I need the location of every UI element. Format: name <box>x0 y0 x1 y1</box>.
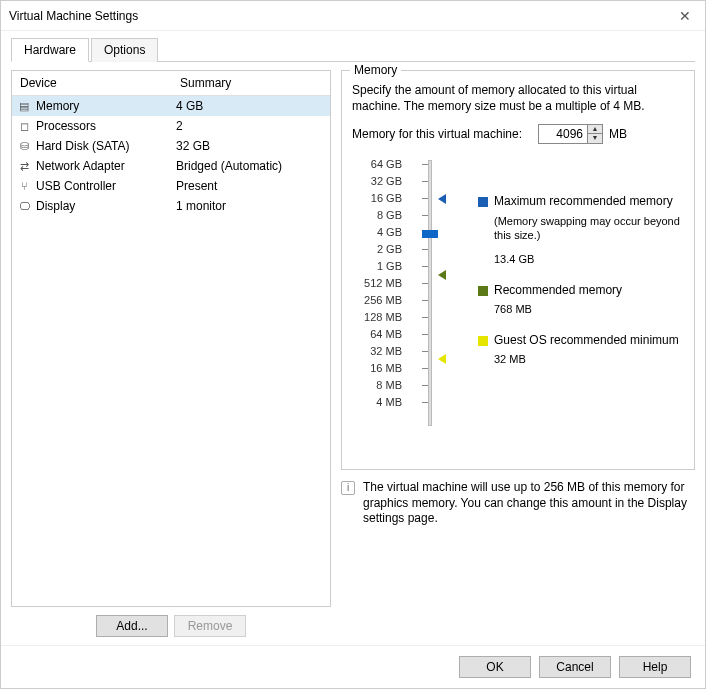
device-summary: 1 monitor <box>176 199 326 213</box>
tick-mark <box>422 317 428 318</box>
legend-max-note: (Memory swapping may occur beyond this s… <box>494 214 684 243</box>
memory-fieldset: Memory Specify the amount of memory allo… <box>341 70 695 470</box>
device-buttons: Add... Remove <box>11 607 331 645</box>
close-icon[interactable]: ✕ <box>673 4 697 28</box>
tick-label: 256 MB <box>352 292 402 309</box>
cancel-button[interactable]: Cancel <box>539 656 611 678</box>
tick-mark <box>422 368 428 369</box>
tick-label: 64 MB <box>352 326 402 343</box>
legend-rec: Recommended memory <box>478 283 684 299</box>
right-pane: Memory Specify the amount of memory allo… <box>341 70 695 645</box>
add-button[interactable]: Add... <box>96 615 168 637</box>
window-title: Virtual Machine Settings <box>9 9 673 23</box>
tab-strip: Hardware Options <box>1 31 705 61</box>
device-row-memory[interactable]: ▤Memory4 GB <box>12 96 330 116</box>
device-name: Memory <box>36 99 79 113</box>
device-row-hard-disk-sata-[interactable]: ⛁Hard Disk (SATA)32 GB <box>12 136 330 156</box>
tick-mark <box>422 283 428 284</box>
info-icon: i <box>341 481 355 495</box>
tick-label: 4 GB <box>352 224 402 241</box>
memory-info-row: i The virtual machine will use up to 256… <box>341 480 695 527</box>
tick-label: 128 MB <box>352 309 402 326</box>
tick-mark <box>422 385 428 386</box>
help-button[interactable]: Help <box>619 656 691 678</box>
tick-label: 32 GB <box>352 173 402 190</box>
remove-button: Remove <box>174 615 246 637</box>
memory-legend: Memory <box>350 63 401 77</box>
tick-mark <box>422 402 428 403</box>
cpu-icon: ◻ <box>16 118 32 134</box>
tab-hardware[interactable]: Hardware <box>11 38 89 62</box>
memory-input-label: Memory for this virtual machine: <box>352 127 532 141</box>
tick-label: 8 GB <box>352 207 402 224</box>
swatch-green-icon <box>478 286 488 296</box>
device-name: Network Adapter <box>36 159 125 173</box>
col-summary[interactable]: Summary <box>172 71 330 95</box>
marker-max-icon <box>438 194 446 204</box>
memory-unit: MB <box>609 127 627 141</box>
memory-info-text: The virtual machine will use up to 256 M… <box>363 480 695 527</box>
tick-mark <box>422 249 428 250</box>
device-row-usb-controller[interactable]: ⑂USB ControllerPresent <box>12 176 330 196</box>
tick-mark <box>422 351 428 352</box>
tick-label: 32 MB <box>352 343 402 360</box>
legend-max-value: 13.4 GB <box>494 252 684 266</box>
vm-settings-window: Virtual Machine Settings ✕ Hardware Opti… <box>0 0 706 689</box>
device-row-display[interactable]: 🖵Display1 monitor <box>12 196 330 216</box>
memory-input-row: Memory for this virtual machine: ▲ ▼ MB <box>352 124 684 144</box>
titlebar: Virtual Machine Settings ✕ <box>1 1 705 31</box>
content-area: Device Summary ▤Memory4 GB◻Processors2⛁H… <box>11 61 695 645</box>
device-summary: 4 GB <box>176 99 326 113</box>
swatch-yellow-icon <box>478 336 488 346</box>
network-icon: ⇄ <box>16 158 32 174</box>
spinner-down-icon[interactable]: ▼ <box>588 134 602 143</box>
memory-icon: ▤ <box>16 98 32 114</box>
slider-thumb[interactable] <box>422 230 438 238</box>
tab-options[interactable]: Options <box>91 38 158 62</box>
display-icon: 🖵 <box>16 198 32 214</box>
device-summary: Present <box>176 179 326 193</box>
swatch-blue-icon <box>478 197 488 207</box>
tick-mark <box>422 198 428 199</box>
memory-slider-area: 64 GB32 GB16 GB8 GB4 GB2 GB1 GB512 MB256… <box>352 156 684 411</box>
dialog-buttons: OK Cancel Help <box>1 645 705 688</box>
slider-tick-labels: 64 GB32 GB16 GB8 GB4 GB2 GB1 GB512 MB256… <box>352 156 402 411</box>
slider-track-wrap <box>410 156 450 411</box>
legend-rec-label: Recommended memory <box>494 283 622 299</box>
tick-label: 1 GB <box>352 258 402 275</box>
device-summary: 2 <box>176 119 326 133</box>
memory-spinner[interactable]: ▲ ▼ <box>538 124 603 144</box>
legend-min-label: Guest OS recommended minimum <box>494 333 679 349</box>
marker-min-icon <box>438 354 446 364</box>
legend-min: Guest OS recommended minimum <box>478 333 684 349</box>
tick-label: 8 MB <box>352 377 402 394</box>
memory-description: Specify the amount of memory allocated t… <box>352 83 684 114</box>
marker-rec-icon <box>438 270 446 280</box>
device-summary: 32 GB <box>176 139 326 153</box>
legend-rec-value: 768 MB <box>494 302 684 316</box>
tick-mark <box>422 164 428 165</box>
device-name: Processors <box>36 119 96 133</box>
device-list-header: Device Summary <box>12 71 330 96</box>
memory-input[interactable] <box>539 125 587 143</box>
tick-label: 16 GB <box>352 190 402 207</box>
spinner-up-icon[interactable]: ▲ <box>588 125 602 134</box>
col-device[interactable]: Device <box>12 71 172 95</box>
device-list: Device Summary ▤Memory4 GB◻Processors2⛁H… <box>11 70 331 607</box>
slider-legend: Maximum recommended memory (Memory swapp… <box>458 156 684 411</box>
legend-max: Maximum recommended memory <box>478 194 684 210</box>
device-name: Display <box>36 199 75 213</box>
tick-mark <box>422 215 428 216</box>
memory-slider[interactable] <box>428 160 432 426</box>
tick-label: 2 GB <box>352 241 402 258</box>
device-name: Hard Disk (SATA) <box>36 139 130 153</box>
device-row-processors[interactable]: ◻Processors2 <box>12 116 330 136</box>
tick-mark <box>422 181 428 182</box>
tick-label: 64 GB <box>352 156 402 173</box>
ok-button[interactable]: OK <box>459 656 531 678</box>
tick-label: 512 MB <box>352 275 402 292</box>
tick-mark <box>422 334 428 335</box>
tick-mark <box>422 266 428 267</box>
device-row-network-adapter[interactable]: ⇄Network AdapterBridged (Automatic) <box>12 156 330 176</box>
legend-max-label: Maximum recommended memory <box>494 194 673 210</box>
